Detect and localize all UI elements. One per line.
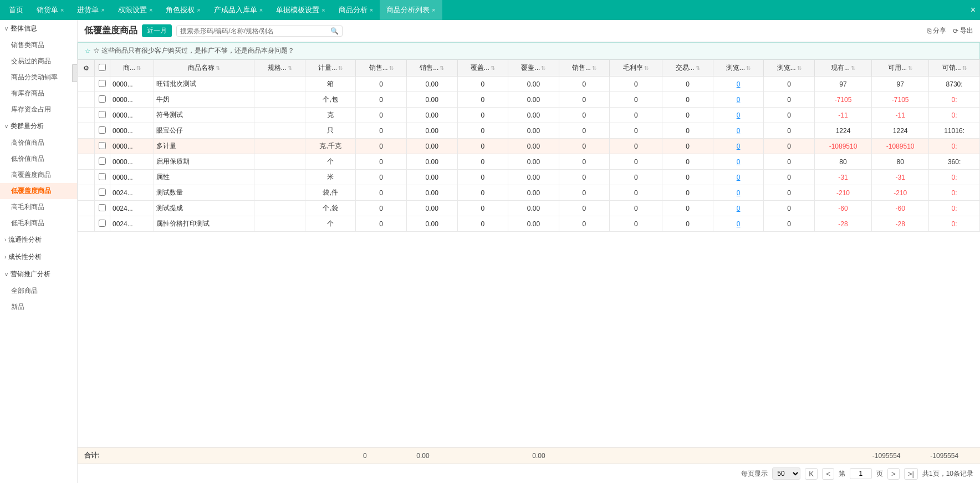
available-col-header[interactable]: 可用...⇅ bbox=[872, 60, 929, 77]
row-browse1-5[interactable]: 0 bbox=[713, 154, 764, 170]
filter-recent-month-button[interactable]: 近一月 bbox=[142, 24, 172, 37]
nav-item-products[interactable]: 产成品入库单 × bbox=[207, 0, 269, 20]
checkbox-col-header[interactable] bbox=[95, 60, 110, 77]
sidebar-item-new-goods[interactable]: 新品 bbox=[0, 299, 77, 315]
row-sales-qty-1: 0 bbox=[356, 92, 407, 108]
nav-item-sales[interactable]: 销货单 × bbox=[30, 0, 70, 20]
sidebar-item-high-coverage[interactable]: 高覆盖度商品 bbox=[0, 167, 77, 183]
gross-rate-col-header[interactable]: 毛利率⇅ bbox=[610, 60, 662, 77]
sidebar-item-traded-goods[interactable]: 交易过的商品 bbox=[0, 53, 77, 69]
row-settings-6[interactable] bbox=[78, 170, 95, 185]
row-settings-4[interactable] bbox=[78, 139, 95, 154]
prev-page-button[interactable]: < bbox=[822, 468, 834, 480]
row-browse1-3[interactable]: 0 bbox=[713, 123, 764, 139]
row-coverage2-5: 0.00 bbox=[508, 154, 559, 170]
search-icon[interactable]: 🔍 bbox=[330, 27, 339, 35]
nav-item-template[interactable]: 单据模板设置 × bbox=[269, 0, 331, 20]
nav-item-roles[interactable]: 角色授权 × bbox=[159, 0, 207, 20]
nav-item-analysis[interactable]: 商品分析 × bbox=[332, 0, 380, 20]
row-checkbox-6[interactable] bbox=[95, 170, 110, 185]
nav-close-analysis[interactable]: × bbox=[370, 7, 373, 13]
row-settings-0[interactable] bbox=[78, 77, 95, 92]
sidebar-item-inventory-funds[interactable]: 库存资金占用 bbox=[0, 101, 77, 118]
row-checkbox-1[interactable] bbox=[95, 92, 110, 108]
sidebar-item-stocked-goods[interactable]: 有库存商品 bbox=[0, 85, 77, 101]
row-browse1-9[interactable]: 0 bbox=[713, 216, 764, 232]
row-settings-3[interactable] bbox=[78, 123, 95, 139]
sales-qty-col-header[interactable]: 销售...⇅ bbox=[356, 60, 407, 77]
sidebar-section-marketing[interactable]: ∨ 营销推广分析 bbox=[0, 266, 77, 283]
row-checkbox-5[interactable] bbox=[95, 154, 110, 170]
nav-close-analysis-list[interactable]: × bbox=[432, 7, 435, 13]
sidebar-section-overall[interactable]: ∨ 整体信息 bbox=[0, 20, 77, 37]
nav-close-products[interactable]: × bbox=[259, 7, 263, 13]
row-name-9: 属性价格打印测试 bbox=[154, 216, 254, 232]
nav-close-purchase[interactable]: × bbox=[101, 7, 104, 13]
window-close-button[interactable]: × bbox=[971, 5, 976, 15]
select-all-checkbox[interactable] bbox=[99, 64, 106, 71]
row-browse1-0[interactable]: 0 bbox=[713, 77, 764, 92]
nav-item-analysis-list[interactable]: 商品分析列表 × bbox=[380, 0, 442, 20]
current-page-input[interactable] bbox=[850, 468, 872, 479]
row-checkbox-0[interactable] bbox=[95, 77, 110, 92]
browse1-col-header[interactable]: 浏览...⇅ bbox=[713, 60, 764, 77]
row-checkbox-4[interactable] bbox=[95, 139, 110, 154]
first-page-button[interactable]: K bbox=[805, 468, 818, 480]
row-settings-5[interactable] bbox=[78, 154, 95, 170]
browse2-col-header[interactable]: 浏览...⇅ bbox=[764, 60, 815, 77]
name-col-header[interactable]: 商品名称⇅ bbox=[154, 60, 254, 77]
sidebar-section-class-analysis[interactable]: ∨ 类群量分析 bbox=[0, 118, 77, 135]
nav-close-sales[interactable]: × bbox=[60, 7, 64, 13]
sidebar-section-flow[interactable]: › 流通性分析 bbox=[0, 231, 77, 248]
current-stock-col-header[interactable]: 现有...⇅ bbox=[814, 60, 871, 77]
coverage1-col-header[interactable]: 覆盖...⇅ bbox=[457, 60, 508, 77]
nav-close-roles[interactable]: × bbox=[197, 7, 200, 13]
sidebar-section-growth[interactable]: › 成长性分析 bbox=[0, 248, 77, 266]
sidebar-item-low-profit[interactable]: 低毛利商品 bbox=[0, 215, 77, 231]
row-browse1-8[interactable]: 0 bbox=[713, 201, 764, 216]
row-settings-9[interactable] bbox=[78, 216, 95, 232]
row-browse1-6[interactable]: 0 bbox=[713, 170, 764, 185]
row-browse1-2[interactable]: 0 bbox=[713, 108, 764, 123]
row-settings-2[interactable] bbox=[78, 108, 95, 123]
coverage2-col-header[interactable]: 覆盖...⇅ bbox=[508, 60, 559, 77]
row-checkbox-2[interactable] bbox=[95, 108, 110, 123]
row-browse1-4[interactable]: 0 bbox=[713, 139, 764, 154]
next-page-button[interactable]: > bbox=[887, 468, 900, 480]
sidebar-item-high-profit[interactable]: 高毛利商品 bbox=[0, 199, 77, 215]
sidebar-collapse-button[interactable]: 《 bbox=[72, 64, 78, 82]
export-button[interactable]: ⟳ 导出 bbox=[953, 26, 973, 35]
transaction-col-header[interactable]: 交易...⇅ bbox=[662, 60, 713, 77]
row-settings-7[interactable] bbox=[78, 185, 95, 201]
nav-item-home[interactable]: 首页 bbox=[2, 0, 30, 20]
sidebar-item-low-value[interactable]: 低价值商品 bbox=[0, 151, 77, 167]
search-input[interactable] bbox=[180, 27, 330, 35]
sidebar-item-all-goods[interactable]: 全部商品 bbox=[0, 283, 77, 299]
sidebar-item-sales-goods[interactable]: 销售类商品 bbox=[0, 37, 77, 53]
row-browse1-1[interactable]: 0 bbox=[713, 92, 764, 108]
last-page-button[interactable]: >| bbox=[904, 468, 918, 480]
row-checkbox-9[interactable] bbox=[95, 216, 110, 232]
row-browse1-7[interactable]: 0 bbox=[713, 185, 764, 201]
nav-close-permissions[interactable]: × bbox=[149, 7, 152, 13]
sidebar-item-high-value[interactable]: 高价值商品 bbox=[0, 135, 77, 151]
sales-amt-col-header[interactable]: 销售...⇅ bbox=[406, 60, 457, 77]
spec-col-header[interactable]: 规格...⇅ bbox=[254, 60, 305, 77]
nav-close-template[interactable]: × bbox=[321, 7, 325, 13]
sidebar-item-low-coverage[interactable]: 低覆盖度商品 bbox=[0, 183, 77, 199]
sidebar-item-category-rate[interactable]: 商品分类动销率 bbox=[0, 69, 77, 85]
nav-item-purchase[interactable]: 进货单 × bbox=[70, 0, 111, 20]
share-button[interactable]: ⎘ 分享 bbox=[927, 26, 946, 35]
settings-col-header[interactable]: ⚙ bbox=[78, 60, 95, 77]
row-settings-8[interactable] bbox=[78, 201, 95, 216]
page-size-select[interactable]: 50 20 100 bbox=[772, 467, 800, 480]
row-settings-1[interactable] bbox=[78, 92, 95, 108]
sellable-col-header[interactable]: 可销...⇅ bbox=[929, 60, 980, 77]
row-checkbox-8[interactable] bbox=[95, 201, 110, 216]
sales-extra-col-header[interactable]: 销售...⇅ bbox=[559, 60, 610, 77]
unit-col-header[interactable]: 计量...⇅ bbox=[305, 60, 356, 77]
row-checkbox-3[interactable] bbox=[95, 123, 110, 139]
nav-item-permissions[interactable]: 权限设置 × bbox=[111, 0, 159, 20]
row-checkbox-7[interactable] bbox=[95, 185, 110, 201]
code-col-header[interactable]: 商...⇅ bbox=[110, 60, 154, 77]
